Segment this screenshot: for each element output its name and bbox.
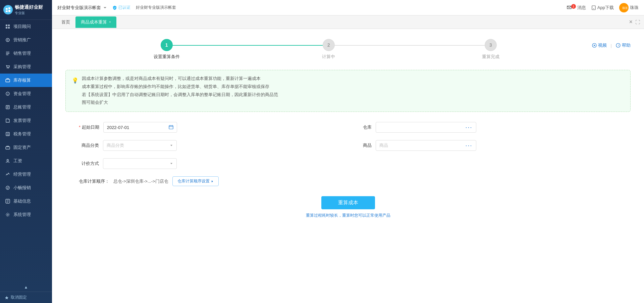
step-1: 1 设置重算条件 (86, 39, 248, 60)
app-download-btn[interactable]: App下载 (591, 5, 614, 11)
step-actions: 视频 | ? 帮助 (592, 39, 631, 48)
tab-home-label: 首页 (61, 19, 70, 25)
tab-close-icon[interactable]: × (109, 20, 111, 24)
product-dots[interactable]: ··· (465, 142, 472, 149)
start-date-label: 起始日期 (79, 124, 99, 130)
app-title: 畅捷通好业财 专业版 (15, 4, 43, 15)
pricing-select[interactable] (103, 158, 177, 169)
info-line-2: 成本重算过程中，影响库存账的操作均不能操作，比如进货单、销货单、库存单据不能审核… (82, 83, 278, 91)
video-btn[interactable]: 视频 (592, 42, 607, 48)
sidebar-item-assets[interactable]: 固定资产 (0, 141, 52, 154)
calendar-icon[interactable] (169, 125, 173, 130)
warehouse-label: 仓库 (352, 124, 372, 130)
sidebar-item-label: 工资 (13, 158, 22, 164)
product-input[interactable]: 商品 ··· (376, 140, 476, 151)
sidebar-item-accounting[interactable]: 总账管理 (0, 100, 52, 114)
svg-rect-17 (6, 147, 10, 149)
assets-icon (5, 144, 11, 150)
sidebar-item-invoice[interactable]: 发票管理 (0, 114, 52, 127)
svg-point-10 (8, 68, 9, 69)
svg-text:珠珠: 珠珠 (622, 6, 627, 10)
start-date-field: 起始日期 2022-07-01 (79, 122, 345, 133)
sidebar-logo: 畅捷通好业财 专业版 (0, 0, 52, 20)
warehouse-calc-value: 总仓->深圳仓库->...->门店仓 (113, 178, 168, 184)
marketing-icon (5, 37, 11, 43)
warehouse-dots[interactable]: ··· (465, 124, 472, 131)
svg-rect-0 (6, 8, 8, 10)
verified-badge: 已认证 (112, 5, 130, 10)
warehouse-calc-row: 仓库计算顺序： 总仓->深圳仓库->...->门店仓 仓库计算顺序设置 (79, 176, 617, 186)
submit-section: 重算成本 重算过程耗时较长，重算时您可以正常使用产品 (79, 196, 617, 218)
sidebar-item-marketing[interactable]: 营销推广 (0, 33, 52, 47)
submit-hint: 重算过程耗时较长，重算时您可以正常使用产品 (306, 213, 390, 218)
tabbar-expand-btn[interactable]: ⛶ (635, 19, 640, 25)
tabbar-close-btn[interactable]: × (629, 18, 633, 26)
sidebar-item-project[interactable]: 项目顾问 (0, 20, 52, 33)
tab-cost-recalc[interactable]: 商品成本重算 × (75, 16, 116, 28)
svg-rect-3 (8, 10, 10, 12)
sidebar-item-tax[interactable]: 税 税务管理 (0, 127, 52, 141)
inventory-icon (5, 77, 11, 83)
messages-btn[interactable]: 1 消息 (567, 5, 586, 11)
svg-rect-4 (6, 25, 7, 26)
account-selector[interactable]: 好业财专业版演示帐套 (57, 5, 107, 11)
sidebar-item-inventory[interactable]: 库存核算 (0, 74, 52, 87)
sidebar-item-business[interactable]: 经营管理 (0, 168, 52, 181)
info-line-1: 因成本计算参数调整，或是对商品成本有疑问时，可以通过成本重算功能，重新计算一遍成… (82, 75, 278, 83)
sidebar-scroll-up[interactable]: ▲ (0, 283, 52, 292)
help-btn[interactable]: ? 帮助 (616, 42, 631, 48)
sidebar: 畅捷通好业财 专业版 项目顾问 (0, 0, 52, 303)
sidebar-item-finance[interactable]: ¥ 资金管理 (0, 87, 52, 100)
main-content: 好业财专业版演示帐套 已认证 好业财专业版演示帐套 1 消息 (52, 0, 644, 303)
sidebar-item-sales[interactable]: 销售管理 (0, 47, 52, 60)
tab-home[interactable]: 首页 (56, 16, 75, 28)
sidebar-item-expense[interactable]: 小畅报销 (0, 181, 52, 194)
tax-icon: 税 (5, 131, 11, 137)
warehouse-calc-label: 仓库计算顺序： (79, 178, 109, 184)
submit-btn[interactable]: 重算成本 (321, 196, 375, 209)
sidebar-item-purchase[interactable]: 采购管理 (0, 60, 52, 74)
basic-icon (5, 198, 11, 204)
sidebar-item-payroll[interactable]: 工资 (0, 154, 52, 168)
svg-rect-5 (8, 25, 10, 26)
user-name: 珠珠 (630, 5, 639, 11)
expense-icon (5, 185, 11, 191)
page-body: 1 设置重算条件 2 计算中 3 (52, 29, 644, 303)
svg-text:¥: ¥ (7, 93, 9, 95)
svg-point-21 (7, 214, 8, 215)
sidebar-item-label: 销售管理 (13, 50, 31, 56)
app-download-label: App下载 (597, 5, 614, 11)
start-date-value: 2022-07-01 (107, 125, 166, 130)
svg-rect-31 (169, 126, 173, 129)
svg-text:税: 税 (7, 133, 9, 135)
sidebar-item-basic[interactable]: 基础信息 (0, 194, 52, 208)
info-line-4: 围可能会扩大 (82, 99, 278, 107)
svg-point-24 (593, 8, 594, 9)
product-label: 商品 (352, 142, 372, 148)
topbar-right: 1 消息 App下载 珠珠 珠珠 (567, 3, 639, 12)
category-label: 商品分类 (79, 142, 99, 148)
sidebar-unpin-btn[interactable]: 取消固定 (0, 292, 52, 303)
warehouse-setting-btn[interactable]: 仓库计算顺序设置 (172, 176, 219, 186)
user-menu-btn[interactable]: 珠珠 珠珠 (619, 3, 639, 12)
sidebar-item-label: 总账管理 (13, 104, 31, 110)
product-field: 商品 商品 ··· (352, 140, 618, 151)
sidebar-item-label: 发票管理 (13, 118, 31, 124)
tabbar-actions: × ⛶ (629, 18, 640, 26)
category-select[interactable]: 商品分类 (103, 140, 177, 151)
start-date-input[interactable]: 2022-07-01 (103, 122, 177, 133)
sidebar-item-label: 税务管理 (13, 131, 31, 137)
step-1-label: 设置重算条件 (154, 54, 180, 60)
step-2: 2 计算中 (248, 39, 410, 60)
sidebar-item-system[interactable]: 系统管理 (0, 208, 52, 221)
warehouse-input[interactable]: ··· (376, 122, 476, 133)
accounting-icon (5, 104, 11, 110)
pricing-field: 计价方式 (79, 158, 345, 169)
form-row-3: 计价方式 (79, 158, 617, 169)
tab-cost-recalc-label: 商品成本重算 (81, 19, 107, 25)
info-icon: 💡 (72, 76, 78, 107)
info-box: 💡 因成本计算参数调整，或是对商品成本有疑问时，可以通过成本重算功能，重新计算一… (65, 70, 631, 112)
svg-marker-22 (5, 296, 8, 299)
svg-marker-28 (594, 45, 595, 46)
business-icon (5, 171, 11, 177)
